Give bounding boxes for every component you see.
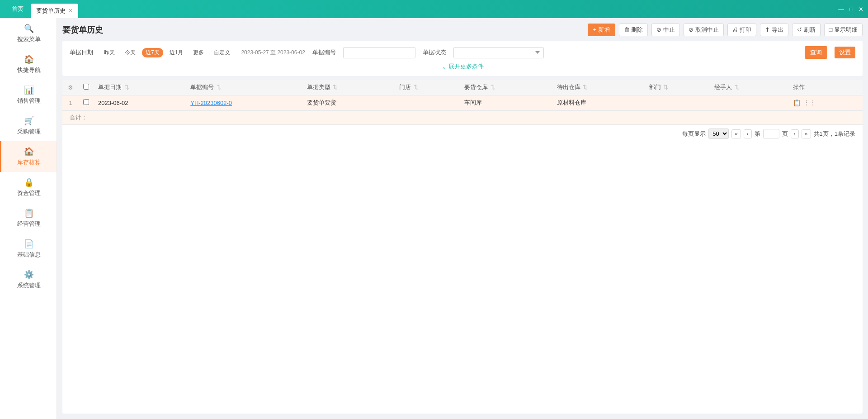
sidebar-item-label: 基础信息 [17, 251, 41, 259]
more-icon[interactable]: ⋮⋮ [803, 99, 816, 106]
minimize-icon[interactable]: — [838, 6, 844, 13]
sidebar-item-search[interactable]: 🔍 搜索菜单 [0, 18, 57, 49]
table-wrapper: ⚙ 单据日期 ⇅ 单据编号 ⇅ [62, 80, 863, 414]
home-icon: 🏠 [24, 54, 34, 64]
sidebar-item-label: 销售管理 [17, 97, 41, 105]
col-doc-no: 单据编号 ⇅ [186, 80, 302, 95]
delete-button[interactable]: 🗑 删除 [619, 24, 648, 36]
gear-icon[interactable]: ⚙ [68, 84, 73, 91]
main-layout: 🔍 搜索菜单 🏠 快捷导航 📊 销售管理 🛒 采购管理 🏠 库存核算 🔒 资金管… [0, 18, 868, 419]
toolbar: + 新增 🗑 删除 ⊘ 中止 ⊘ 取消中止 🖨 打印 ⬆ 导出 ↺ 刷新 □ 显… [588, 24, 863, 36]
display-detail-button[interactable]: □ 显示明细 [824, 24, 863, 36]
row-checkbox[interactable] [83, 99, 89, 105]
sidebar-item-sales[interactable]: 📊 销售管理 [0, 80, 57, 110]
table-row: 1 2023-06-02 YH-20230602-0 要货单要货 车间库 原材料… [62, 95, 863, 110]
sidebar-item-label: 采购管理 [17, 128, 41, 136]
sidebar-item-system[interactable]: ⚙️ 系统管理 [0, 264, 57, 295]
tab-active-label: 要货单历史 [36, 7, 66, 15]
system-icon: ⚙️ [24, 270, 34, 280]
shortcut-today[interactable]: 今天 [121, 48, 139, 57]
table-header-row: ⚙ 单据日期 ⇅ 单据编号 ⇅ [62, 80, 863, 95]
status-select[interactable] [453, 47, 544, 58]
sort-reqwh-icon[interactable]: ⇅ [491, 84, 495, 90]
col-doc-type: 单据类型 ⇅ [302, 80, 395, 95]
chart-icon: 📊 [24, 85, 34, 95]
doc-no-link[interactable]: YH-20230602-0 [190, 100, 232, 106]
shortcut-custom[interactable]: 自定义 [210, 48, 234, 57]
col-date: 单据日期 ⇅ [94, 80, 186, 95]
tab-active[interactable]: 要货单历史 ✕ [31, 4, 78, 18]
page-input[interactable]: 1 [763, 129, 779, 138]
query-button[interactable]: 查询 [805, 46, 827, 59]
next-page-btn[interactable]: › [791, 129, 799, 138]
maximize-icon[interactable]: □ [849, 6, 853, 13]
sidebar-item-operations[interactable]: 📋 经营管理 [0, 203, 57, 233]
edit-icon[interactable]: 📋 [793, 99, 801, 106]
row-pending-warehouse: 原材料仓库 [552, 95, 645, 110]
sidebar-item-label: 资金管理 [17, 189, 41, 197]
sort-store-icon[interactable]: ⇅ [414, 84, 419, 90]
stop-button[interactable]: ⊘ 中止 [651, 24, 680, 36]
operations-icon: 📋 [24, 208, 34, 218]
tab-home[interactable]: 首页 [5, 0, 31, 18]
doc-no-input[interactable] [343, 47, 415, 58]
new-button[interactable]: + 新增 [588, 24, 615, 36]
shortcut-yesterday[interactable]: 昨天 [100, 48, 118, 57]
row-doc-no[interactable]: YH-20230602-0 [186, 95, 302, 110]
prev-page-btn[interactable]: ‹ [744, 129, 752, 138]
sidebar-item-purchase[interactable]: 🛒 采购管理 [0, 110, 57, 141]
sidebar-item-base[interactable]: 📄 基础信息 [0, 233, 57, 264]
settings-button[interactable]: 设置 [835, 47, 855, 58]
inventory-icon: 🏠 [24, 147, 34, 157]
status-label: 单据状态 [423, 48, 446, 57]
export-button[interactable]: ⬆ 导出 [760, 24, 788, 36]
tab-bar: 首页 要货单历史 ✕ [5, 0, 838, 18]
page-suffix: 页 [782, 130, 788, 138]
page-size-label: 每页显示 [682, 130, 706, 138]
select-all-checkbox[interactable] [83, 84, 89, 90]
page-title: 要货单历史 [62, 24, 103, 35]
sidebar-item-finance[interactable]: 🔒 资金管理 [0, 172, 57, 203]
close-icon[interactable]: ✕ [68, 8, 73, 14]
col-action: 操作 [788, 80, 863, 95]
sidebar-item-label: 库存核算 [17, 158, 41, 167]
col-settings[interactable]: ⚙ [62, 80, 79, 95]
shortcut-7days[interactable]: 近7天 [142, 48, 163, 57]
row-doc-type: 要货单要货 [302, 95, 395, 110]
cancel-stop-button[interactable]: ⊘ 取消中止 [684, 24, 724, 36]
cart-icon: 🛒 [24, 116, 34, 126]
action-icons: 📋 ⋮⋮ [793, 99, 858, 106]
content-area: 要货单历史 + 新增 🗑 删除 ⊘ 中止 ⊘ 取消中止 🖨 打印 ⬆ 导出 ↺ … [57, 18, 868, 419]
close-window-icon[interactable]: ✕ [859, 6, 863, 13]
col-req-warehouse: 要货仓库 ⇅ [460, 80, 552, 95]
filter-row-1: 单据日期 昨天 今天 近7天 近1月 更多 自定义 2023-05-27 至 2… [70, 46, 855, 59]
shortcut-more[interactable]: 更多 [189, 48, 208, 57]
row-handler [710, 95, 788, 110]
sidebar-item-label: 快捷导航 [17, 66, 41, 74]
row-num: 1 [62, 95, 79, 110]
row-actions: 📋 ⋮⋮ [788, 95, 863, 110]
expand-label: 展开更多条件 [448, 62, 484, 71]
sort-dept-icon[interactable]: ⇅ [663, 84, 668, 90]
sidebar-item-inventory[interactable]: 🏠 库存核算 [0, 141, 57, 172]
sidebar-item-label: 搜索菜单 [17, 35, 41, 43]
shortcut-1month[interactable]: 近1月 [166, 48, 187, 57]
sidebar-item-quicknav[interactable]: 🏠 快捷导航 [0, 49, 57, 80]
col-pending-warehouse: 待出仓库 ⇅ [552, 80, 645, 95]
first-page-btn[interactable]: « [731, 129, 741, 138]
sort-docno-icon[interactable]: ⇅ [217, 84, 222, 90]
row-department [645, 95, 710, 110]
page-header: 要货单历史 + 新增 🗑 删除 ⊘ 中止 ⊘ 取消中止 🖨 打印 ⬆ 导出 ↺ … [62, 24, 863, 36]
page-size-select[interactable]: 50 [708, 129, 729, 139]
sort-date-icon[interactable]: ⇅ [124, 84, 129, 90]
finance-icon: 🔒 [24, 177, 34, 187]
refresh-button[interactable]: ↺ 刷新 [792, 24, 821, 36]
sort-doctype-icon[interactable]: ⇅ [333, 84, 338, 90]
sort-pendwh-icon[interactable]: ⇅ [583, 84, 588, 90]
page-label: 第 [755, 130, 760, 138]
pagination-bar: 每页显示 50 « ‹ 第 1 页 › » 共1页，1条记录 [62, 124, 863, 143]
print-button[interactable]: 🖨 打印 [727, 24, 757, 36]
last-page-btn[interactable]: » [802, 129, 811, 138]
expand-more[interactable]: ⌄ 展开更多条件 [70, 62, 855, 71]
sort-handler-icon[interactable]: ⇅ [735, 84, 740, 90]
